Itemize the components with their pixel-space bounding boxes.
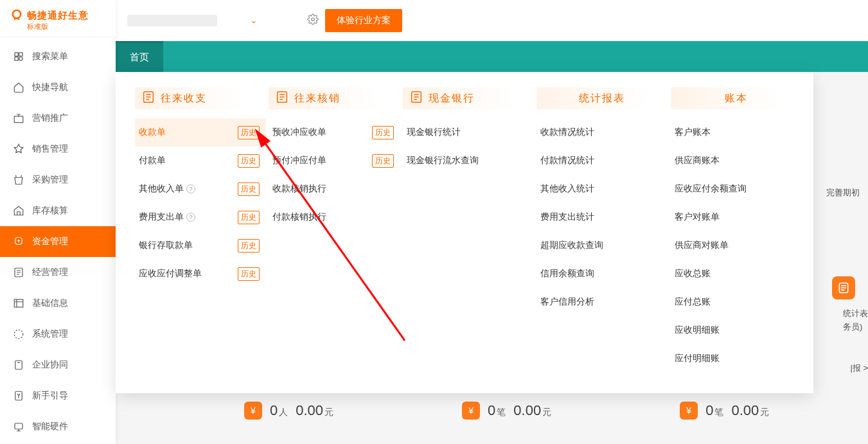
tab-home[interactable]: 首页 xyxy=(116,41,163,72)
doc-icon xyxy=(275,90,289,107)
svg-rect-1 xyxy=(19,53,22,56)
nav-label: 销售管理 xyxy=(32,143,68,155)
stat-count-unit: 笔 xyxy=(497,407,506,417)
mega-item[interactable]: 超期应收款查询 xyxy=(536,231,668,260)
nav-label: 系统管理 xyxy=(32,328,68,340)
help-icon[interactable]: ? xyxy=(186,213,195,222)
nav-item[interactable]: 经营管理 xyxy=(0,257,116,288)
nav-label: 搜索菜单 xyxy=(32,51,68,62)
topbar: ⌄ 体验行业方案 xyxy=(116,0,868,41)
mega-item[interactable]: 应收应付调整单历史 xyxy=(135,260,266,288)
right-rail: 完善期初 xyxy=(826,186,868,213)
mega-column-header: 往来核销 xyxy=(269,87,400,109)
history-tag[interactable]: 历史 xyxy=(372,126,394,139)
mega-item[interactable]: 费用支出单?历史 xyxy=(135,203,266,231)
nav-icon xyxy=(13,112,24,124)
mega-item[interactable]: 付款情况统计 xyxy=(536,147,668,175)
mega-item[interactable]: 银行存取款单历史 xyxy=(135,231,266,260)
stat-icon: ¥ xyxy=(462,402,480,420)
mega-item-label: 应收应付调整单 xyxy=(139,268,202,280)
rail-item[interactable]: 完善期初 xyxy=(826,186,868,199)
rail-link[interactable]: |报 > xyxy=(850,362,868,374)
svg-rect-10 xyxy=(15,423,22,429)
mega-item[interactable]: 供应商账本 xyxy=(671,147,802,175)
nav-label: 营销推广 xyxy=(32,112,68,124)
mega-item[interactable]: 付款单历史 xyxy=(135,147,266,175)
nav-item[interactable]: 营销推广 xyxy=(0,103,116,134)
nav-item[interactable]: 基础信息 xyxy=(0,288,116,319)
mega-item-label: 收款单 xyxy=(139,127,166,138)
mega-item[interactable]: 收款单历史 xyxy=(135,118,266,147)
stat-count: 0 xyxy=(488,402,495,418)
mega-item-label: 付款单 xyxy=(139,155,166,166)
mega-item[interactable]: 客户信用分析 xyxy=(536,288,668,316)
svg-point-3 xyxy=(19,57,22,60)
mega-item[interactable]: 应付明细账 xyxy=(671,344,802,373)
svg-rect-2 xyxy=(15,57,18,60)
mega-item[interactable]: 费用支出统计 xyxy=(536,203,668,231)
mega-item[interactable]: 预付冲应付单历史 xyxy=(269,147,400,175)
mega-item[interactable]: 应收应付余额查询 xyxy=(671,175,802,203)
history-tag[interactable]: 历史 xyxy=(238,126,260,139)
stat-count-unit: 笔 xyxy=(714,407,723,417)
mega-item[interactable]: 预收冲应收单历史 xyxy=(269,118,400,147)
mega-item-label: 预付冲应付单 xyxy=(272,155,326,166)
history-tag[interactable]: 历史 xyxy=(238,154,260,168)
nav-item[interactable]: 资金管理 xyxy=(0,226,116,257)
nav-item[interactable]: 企业协同 xyxy=(0,350,116,380)
nav-item[interactable]: 新手引导 xyxy=(0,380,116,411)
mega-item[interactable]: 其他收入单?历史 xyxy=(135,175,266,203)
stat-count: 0 xyxy=(705,402,713,418)
mega-item[interactable]: 信用余额查询 xyxy=(536,260,668,288)
help-icon[interactable]: ? xyxy=(186,184,195,193)
nav-item[interactable]: 快捷导航 xyxy=(0,72,116,103)
nav-item[interactable]: 采购管理 xyxy=(0,164,116,195)
nav-icon xyxy=(13,421,24,432)
history-tag[interactable]: 历史 xyxy=(238,267,260,281)
mega-item[interactable]: 应收明细账 xyxy=(671,316,802,344)
history-tag[interactable]: 历史 xyxy=(238,239,260,253)
stats-row: ¥0人0.00元¥0笔0.00元¥0笔0.00元 xyxy=(244,402,855,420)
doc-icon xyxy=(141,90,155,107)
stat-icon: ¥ xyxy=(244,402,262,420)
gear-icon[interactable] xyxy=(307,13,319,27)
nav: 搜索菜单快捷导航营销推广销售管理采购管理库存核算资金管理经营管理基础信息系统管理… xyxy=(0,37,116,442)
nav-item[interactable]: 系统管理 xyxy=(0,319,116,350)
mega-item[interactable]: 现金银行统计 xyxy=(403,118,534,147)
nav-item[interactable]: 销售管理 xyxy=(0,134,116,164)
nav-icon xyxy=(13,205,24,217)
nav-icon xyxy=(13,359,24,371)
history-tag[interactable]: 历史 xyxy=(238,182,260,196)
history-tag[interactable]: 历史 xyxy=(238,211,260,224)
history-tag[interactable]: 历史 xyxy=(372,154,394,168)
svg-rect-8 xyxy=(15,360,22,369)
tenant-select[interactable]: ⌄ xyxy=(127,15,301,26)
nav-label: 基础信息 xyxy=(32,297,68,309)
svg-rect-6 xyxy=(14,299,23,307)
nav-item[interactable]: 库存核算 xyxy=(0,195,116,226)
mega-item[interactable]: 客户账本 xyxy=(671,118,802,147)
tabbar: 首页 xyxy=(116,41,868,72)
brand-edition: 标准版 xyxy=(27,22,105,31)
stat-floating-icon[interactable] xyxy=(832,276,855,299)
nav-label: 经营管理 xyxy=(32,267,68,278)
mega-item[interactable]: 收款情况统计 xyxy=(536,118,668,147)
stat-count-unit: 人 xyxy=(279,407,288,417)
mega-item[interactable]: 付款核销执行 xyxy=(269,203,400,231)
nav-item[interactable]: 搜索菜单 xyxy=(0,41,116,72)
stat-amount: 0.00 xyxy=(296,402,323,418)
mega-item[interactable]: 应收总账 xyxy=(671,260,802,288)
stat-amount-unit: 元 xyxy=(760,407,769,417)
mega-item[interactable]: 其他收入统计 xyxy=(536,175,668,203)
mega-item[interactable]: 现金银行流水查询 xyxy=(403,147,534,175)
mega-item[interactable]: 应付总账 xyxy=(671,288,802,316)
industry-plan-button[interactable]: 体验行业方案 xyxy=(325,9,402,32)
mega-item[interactable]: 客户对账单 xyxy=(671,203,802,231)
mega-item[interactable]: 收款核销执行 xyxy=(269,175,400,203)
mega-column-header: 往来收支 xyxy=(135,87,266,109)
mega-item[interactable]: 供应商对账单 xyxy=(671,231,802,260)
nav-item[interactable]: 智能硬件 xyxy=(0,411,116,442)
nav-label: 新手引导 xyxy=(32,390,68,402)
mega-item-label: 预收冲应收单 xyxy=(272,127,326,138)
nav-label: 快捷导航 xyxy=(32,82,68,93)
